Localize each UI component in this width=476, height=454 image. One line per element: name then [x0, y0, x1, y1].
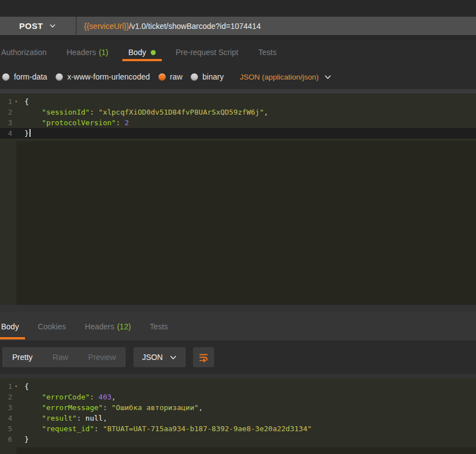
line-number: 1: [0, 96, 12, 107]
response-view-toolbar: Pretty Raw Preview JSON: [0, 340, 476, 374]
line-number: 3: [0, 117, 12, 128]
headers-count-badge: (12): [117, 322, 131, 331]
fold-spacer: [12, 117, 19, 128]
tab-label: Tests: [150, 322, 168, 331]
fold-spacer: [12, 423, 19, 434]
headers-count-badge: (1): [99, 48, 108, 57]
code-line-1[interactable]: 1▾{: [0, 96, 476, 107]
response-code-area[interactable]: 1▾{2 "errorCode": 403,3 "errorMessage": …: [0, 378, 476, 454]
editor-top-border: [0, 89, 476, 93]
radio-label: x-www-form-urlencoded: [67, 72, 150, 81]
tab-pre-request-script[interactable]: Pre-request Script: [170, 40, 245, 65]
response-body-editor[interactable]: 1▾{2 "errorCode": 403,3 "errorMessage": …: [0, 374, 476, 454]
content-type-label: JSON (application/json): [240, 73, 319, 81]
response-code-lines[interactable]: 1▾{2 "errorCode": 403,3 "errorMessage": …: [0, 378, 476, 447]
fold-spacer: [12, 402, 19, 413]
radio-label: raw: [170, 72, 183, 81]
http-method-label: POST: [19, 21, 43, 31]
tab-tests[interactable]: Tests: [252, 40, 283, 65]
chevron-down-icon: [324, 73, 332, 81]
code-text: "result": null,: [19, 413, 107, 423]
code-line-4[interactable]: 4 "result": null,: [0, 413, 476, 423]
tab-label: Cookies: [38, 322, 66, 331]
tab-headers[interactable]: Headers (1): [61, 40, 115, 65]
line-number: 2: [0, 392, 12, 402]
code-line-6[interactable]: 6}: [0, 434, 476, 445]
tab-body[interactable]: Body: [122, 40, 162, 65]
radio-label: form-data: [14, 72, 47, 81]
code-text: {: [19, 381, 29, 392]
http-method-dropdown[interactable]: POST: [0, 17, 77, 35]
radio-label: binary: [202, 72, 224, 81]
code-text: "errorMessage": "Ошибка авторизации",: [19, 402, 203, 413]
fold-spacer: [12, 392, 19, 402]
radio-binary[interactable]: binary: [191, 72, 224, 81]
fold-arrow-icon[interactable]: ▾: [12, 96, 19, 107]
view-label: Raw: [53, 353, 68, 362]
fold-spacer: [12, 128, 19, 139]
tab-label: Pre-request Script: [176, 48, 239, 57]
radio-selected-icon: [158, 73, 166, 81]
tab-label: Headers: [67, 48, 96, 57]
text-cursor: [29, 129, 31, 137]
line-number: 2: [0, 107, 12, 117]
content-type-dropdown[interactable]: JSON (application/json): [240, 73, 332, 81]
top-spacer: [0, 0, 476, 17]
fold-spacer: [12, 107, 19, 117]
code-text: "sessionId": "xlpcqfXiOD0dv51D84fvP8UArS…: [19, 107, 268, 117]
radio-form-data[interactable]: form-data: [2, 72, 47, 81]
code-line-2[interactable]: 2 "errorCode": 403,: [0, 392, 476, 402]
fold-arrow-icon[interactable]: ▾: [12, 381, 19, 392]
line-number: 3: [0, 402, 12, 413]
code-text: }: [19, 434, 29, 445]
line-number: 5: [0, 423, 12, 434]
tab-label: Authorization: [1, 48, 47, 57]
body-mode-bar: form-data x-www-form-urlencoded raw bina…: [0, 65, 476, 89]
response-tab-cookies[interactable]: Cookies: [32, 313, 72, 340]
body-present-dot: [151, 50, 156, 55]
radio-x-www-form-urlencoded[interactable]: x-www-form-urlencoded: [56, 72, 150, 81]
line-number: 4: [0, 128, 12, 139]
view-label: Pretty: [12, 353, 33, 362]
response-tab-tests[interactable]: Tests: [143, 313, 174, 340]
code-text: "request_id": "BTUAT=UAT-715aa934-b187-8…: [19, 423, 312, 434]
view-raw-button[interactable]: Raw: [43, 347, 78, 367]
wrap-text-button[interactable]: [193, 347, 214, 367]
view-preview-button[interactable]: Preview: [78, 347, 126, 367]
view-label: Preview: [88, 353, 116, 362]
view-pretty-button[interactable]: Pretty: [2, 347, 43, 367]
radio-icon: [191, 73, 198, 81]
section-divider[interactable]: [0, 305, 476, 313]
tab-label: Headers: [85, 322, 115, 331]
radio-raw[interactable]: raw: [158, 72, 183, 81]
url-environment-variable: {{serviceUrl}}: [84, 22, 129, 31]
request-url-bar: POST {{serviceUrl}}/v1.0/ticket/showBarc…: [0, 17, 476, 35]
code-line-3[interactable]: 3 "errorMessage": "Ошибка авторизации",: [0, 402, 476, 413]
fold-spacer: [12, 434, 19, 445]
response-format-dropdown[interactable]: JSON: [133, 347, 185, 367]
response-tab-body[interactable]: Body: [0, 313, 25, 340]
request-code-area[interactable]: 1▾{2 "sessionId": "xlpcqfXiOD0dv51D84fvP…: [0, 93, 476, 305]
code-line-2[interactable]: 2 "sessionId": "xlpcqfXiOD0dv51D84fvP8UA…: [0, 107, 476, 117]
line-number: 1: [0, 381, 12, 392]
line-number: 4: [0, 413, 12, 423]
code-text: }: [19, 128, 31, 139]
tab-authorization[interactable]: Authorization: [0, 40, 53, 65]
tab-label: Tests: [259, 48, 277, 57]
line-number: 6: [0, 434, 12, 445]
url-path: /v1.0/ticket/showBarcode?id=1074414: [129, 22, 261, 31]
code-line-3[interactable]: 3 "protocolVersion": 2: [0, 117, 476, 128]
request-code-lines[interactable]: 1▾{2 "sessionId": "xlpcqfXiOD0dv51D84fvP…: [0, 93, 476, 141]
request-body-editor[interactable]: 1▾{2 "sessionId": "xlpcqfXiOD0dv51D84fvP…: [0, 93, 476, 305]
fold-spacer: [12, 413, 19, 423]
response-tab-headers[interactable]: Headers (12): [79, 313, 137, 340]
code-line-4[interactable]: 4}: [0, 128, 476, 139]
url-input[interactable]: {{serviceUrl}}/v1.0/ticket/showBarcode?i…: [77, 17, 476, 35]
radio-icon: [2, 73, 9, 81]
spacer: [0, 35, 476, 40]
code-line-5[interactable]: 5 "request_id": "BTUAT=UAT-715aa934-b187…: [0, 423, 476, 434]
tab-label: Body: [128, 48, 146, 57]
request-tab-bar: Authorization Headers (1) Body Pre-reque…: [0, 40, 476, 65]
postman-window: POST {{serviceUrl}}/v1.0/ticket/showBarc…: [0, 0, 476, 454]
code-line-1[interactable]: 1▾{: [0, 381, 476, 392]
